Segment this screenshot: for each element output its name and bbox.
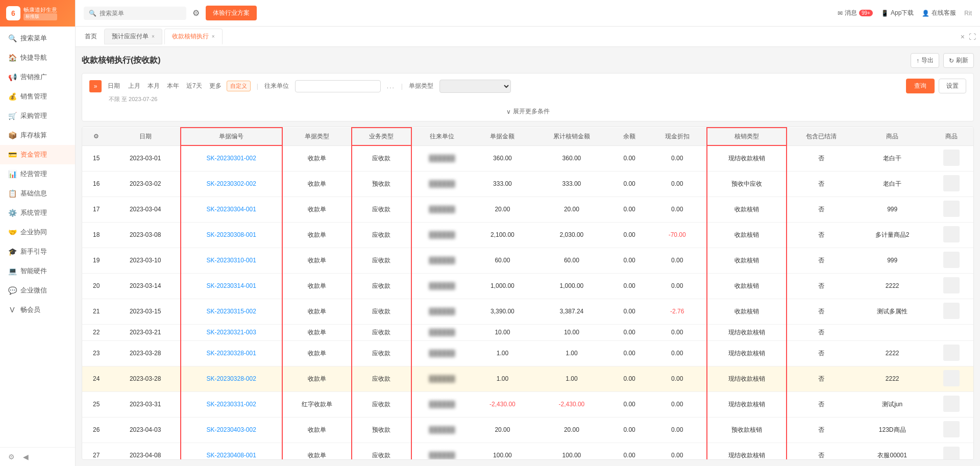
cell-cash-discount: 0.00 <box>648 443 707 460</box>
settings-icon[interactable]: ⚙ <box>192 8 200 18</box>
tab-payable[interactable]: 预计应应付单 × <box>104 29 162 44</box>
sidebar-item-basic[interactable]: 📋 基础信息 <box>0 184 75 203</box>
cell-seq: 25 <box>82 391 111 417</box>
voucher-type-select[interactable] <box>439 80 511 93</box>
date-custom-btn[interactable]: 自定义 <box>227 81 251 91</box>
phone-icon: 📱 <box>881 10 889 17</box>
partner-input[interactable] <box>295 80 381 92</box>
tab-home[interactable]: 首页 <box>80 29 102 44</box>
sidebar-item-inventory[interactable]: 📦 库存核算 <box>0 126 75 145</box>
sidebar-item-sales[interactable]: 💰 销售管理 <box>0 87 75 106</box>
th-settings[interactable]: ⚙ <box>82 128 111 145</box>
expand-more-btn[interactable]: ∨ 展开更多条件 <box>506 107 550 116</box>
cell-amount: 3,390.00 <box>473 299 533 324</box>
cell-date: 2023-04-08 <box>111 443 181 460</box>
doc-no-link[interactable]: SK-20230403-002 <box>206 426 256 433</box>
expand-icon[interactable]: ⛶ <box>969 33 976 41</box>
sidebar-item-hardware[interactable]: 💻 智能硬件 <box>0 261 75 281</box>
cell-doc-no: SK-20230310-001 <box>181 248 282 273</box>
refresh-btn[interactable]: ↻ 刷新 <box>943 53 974 68</box>
finance-icon: 💳 <box>8 151 16 159</box>
app-download-btn[interactable]: 📱 App下载 <box>881 9 914 17</box>
cell-seq: 22 <box>82 324 111 340</box>
topbar-search[interactable]: 🔍 <box>84 7 186 20</box>
doc-no-link[interactable]: SK-20230408-001 <box>206 452 256 459</box>
sidebar-bottom: ⚙ ◀ <box>0 447 75 466</box>
doc-no-link[interactable]: SK-20230331-002 <box>206 401 256 408</box>
sales-icon: 💰 <box>8 92 16 101</box>
industry-btn[interactable]: 体验行业方案 <box>206 6 257 20</box>
doc-no-link[interactable]: SK-20230328-001 <box>206 350 256 357</box>
cell-written-off: 100.00 <box>532 443 610 460</box>
wechat-icon: 💬 <box>8 286 16 295</box>
cell-incl-settled: 否 <box>787 340 855 366</box>
date-this-month-btn[interactable]: 本月 <box>145 81 162 91</box>
export-btn[interactable]: ↑ 导出 <box>911 53 939 68</box>
tab-collection[interactable]: 收款核销执行 × <box>164 29 223 44</box>
query-btn[interactable]: 查询 <box>906 79 935 93</box>
cell-date: 2023-03-28 <box>111 366 181 391</box>
cell-partner: ██████ <box>411 197 473 222</box>
sidebar-item-finance[interactable]: 💳 资金管理 <box>0 145 75 164</box>
cell-product: 2222 <box>855 340 929 366</box>
topbar: 🔍 ⚙ 体验行业方案 ✉ 消息 99+ 📱 App下载 👤 在线客服 Rit <box>76 0 980 27</box>
user-name: Rit <box>964 10 972 17</box>
th-cash-discount: 现金折扣 <box>648 128 707 145</box>
cell-product: 测试jun <box>855 391 929 417</box>
sidebar-item-system[interactable]: ⚙️ 系统管理 <box>0 203 75 223</box>
cell-amount: 20.00 <box>473 417 533 443</box>
cell-cash-discount: 0.00 <box>648 145 707 171</box>
filter-expand-btn[interactable]: » <box>89 80 102 92</box>
tab-payable-close[interactable]: × <box>152 34 155 39</box>
cell-partner: ██████ <box>411 443 473 460</box>
cell-date: 2023-03-04 <box>111 197 181 222</box>
date-more-btn[interactable]: 更多 <box>207 81 224 91</box>
cell-date: 2023-03-02 <box>111 171 181 197</box>
settings-btn[interactable]: 设置 <box>939 79 966 93</box>
cell-write-off-type: 预收款核销 <box>707 417 787 443</box>
doc-no-link[interactable]: SK-20230315-002 <box>206 308 256 315</box>
cell-product: 999 <box>855 197 929 222</box>
cell-amount: -2,430.00 <box>473 391 533 417</box>
doc-no-link[interactable]: SK-20230314-001 <box>206 282 256 289</box>
doc-no-link[interactable]: SK-20230321-003 <box>206 329 256 336</box>
doc-no-link[interactable]: SK-20230304-001 <box>206 206 256 213</box>
date-last-month-btn[interactable]: 上月 <box>126 81 142 91</box>
doc-no-link[interactable]: SK-20230310-001 <box>206 257 256 264</box>
sidebar-item-member[interactable]: V 畅会员 <box>0 300 75 320</box>
table-row: 24 2023-03-28 SK-20230328-002 收款单 应收款 ██… <box>82 366 973 391</box>
settings-bottom-icon[interactable]: ⚙ <box>8 453 15 461</box>
messages-btn[interactable]: ✉ 消息 99+ <box>838 9 873 17</box>
tab-collection-close[interactable]: × <box>212 34 215 39</box>
sidebar-item-guide[interactable]: 🎓 新手引导 <box>0 242 75 261</box>
close-all-icon[interactable]: × <box>961 33 965 41</box>
search-input[interactable] <box>100 10 181 17</box>
doc-no-link[interactable]: SK-20230328-002 <box>206 375 256 382</box>
cell-write-off-type: 收款核销 <box>707 273 787 299</box>
operations-icon: 📊 <box>8 170 16 178</box>
sidebar-item-purchase[interactable]: 🛒 采购管理 <box>0 106 75 126</box>
sidebar-item-search[interactable]: 🔍 搜索菜单 <box>0 29 75 48</box>
sidebar-item-operations[interactable]: 📊 经营管理 <box>0 164 75 184</box>
th-written-off: 累计核销金额 <box>532 128 610 145</box>
sidebar-item-wechat[interactable]: 💬 企业微信 <box>0 281 75 300</box>
corp-icon: 🤝 <box>8 228 16 236</box>
cell-doc-type: 收款单 <box>282 171 352 197</box>
cell-written-off: 2,030.00 <box>532 222 610 248</box>
date-this-year-btn[interactable]: 本年 <box>165 81 181 91</box>
sidebar-item-marketing[interactable]: 📢 营销推广 <box>0 67 75 87</box>
cell-product: 2222 <box>855 366 929 391</box>
topbar-right: ✉ 消息 99+ 📱 App下载 👤 在线客服 Rit <box>838 9 972 17</box>
sidebar-item-corp[interactable]: 🤝 企业协同 <box>0 223 75 242</box>
cell-amount: 60.00 <box>473 248 533 273</box>
sidebar-item-quicknav[interactable]: 🏠 快捷导航 <box>0 48 75 67</box>
doc-no-link[interactable]: SK-20230301-002 <box>206 155 256 162</box>
doc-no-link[interactable]: SK-20230308-001 <box>206 231 256 238</box>
collapse-icon[interactable]: ◀ <box>23 453 29 461</box>
service-btn[interactable]: 👤 在线客服 <box>922 9 956 17</box>
cell-doc-type: 红字收款单 <box>282 391 352 417</box>
table-container: ⚙ 日期 单据编号 单据类型 业务类型 往来单位 单据金额 累计核销金额 余额 … <box>82 127 974 460</box>
doc-no-link[interactable]: SK-20230302-002 <box>206 180 256 187</box>
hardware-icon: 💻 <box>8 267 16 275</box>
date-7days-btn[interactable]: 近7天 <box>184 81 204 91</box>
